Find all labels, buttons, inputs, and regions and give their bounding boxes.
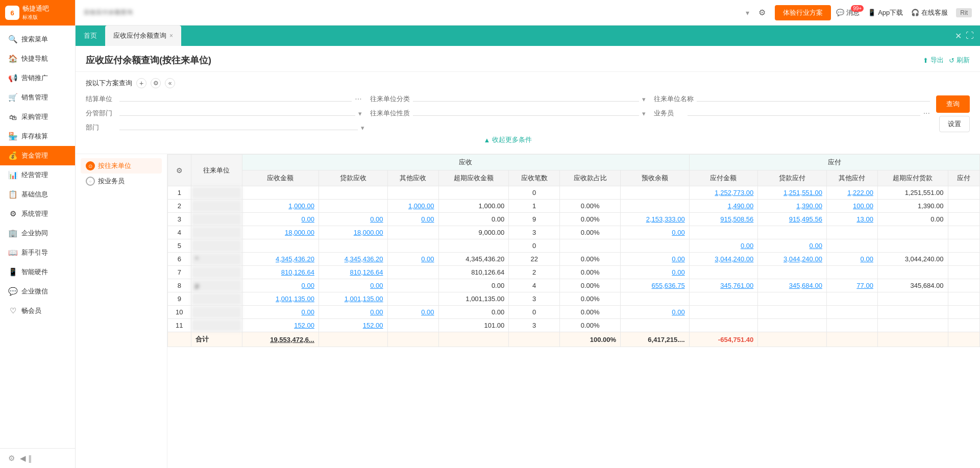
settlement-more-icon[interactable]: ··· xyxy=(355,94,361,104)
filter-area: 按以下方案查询 + ⚙ « 结算单位 ··· xyxy=(76,72,980,154)
dept-manager-select[interactable] xyxy=(119,111,355,116)
message-icon: 💬 xyxy=(836,9,844,16)
filter-collapse-button[interactable]: « xyxy=(165,78,175,88)
system-icon: ⚙ xyxy=(8,209,17,218)
filter-item-unit-category: 往来单位分类 ▾ xyxy=(370,94,646,104)
table-container[interactable]: ⚙ 往来单位 应收 应付 应收金额 贷款应收 其他应收 xyxy=(167,154,980,468)
dept-manager-arrow[interactable]: ▾ xyxy=(358,110,362,117)
left-panel-item-by-salesman[interactable]: ○ 按业务员 xyxy=(81,174,162,189)
tab-ar-query[interactable]: 应收应付余额查询 × xyxy=(105,26,181,46)
th-settings[interactable]: ⚙ xyxy=(168,155,191,186)
sidebar-item-quick[interactable]: 🏠 快捷导航 xyxy=(0,49,75,68)
sidebar-item-inventory[interactable]: 🏪 库存核算 xyxy=(0,127,75,146)
refresh-button[interactable]: ↺ 刷新 xyxy=(949,56,970,65)
home-icon: 🏠 xyxy=(8,54,17,63)
tabbar-maximize-icon[interactable]: ⛶ xyxy=(966,31,974,40)
unit-category-select[interactable] xyxy=(413,97,640,102)
sidebar-item-search[interactable]: 🔍 搜索菜单 xyxy=(0,30,75,49)
total-ap-loan xyxy=(758,332,827,347)
th-ap-loan: 贷款应付 xyxy=(758,170,827,186)
filter-settings-button[interactable]: ⚙ xyxy=(151,78,161,88)
unit-category-arrow[interactable]: ▾ xyxy=(642,95,646,103)
inventory-icon: 🏪 xyxy=(8,132,17,141)
purchase-icon: 🛍 xyxy=(8,113,17,121)
sidebar-item-finance[interactable]: 💰 资金管理 xyxy=(0,146,75,165)
table-settings-icon[interactable]: ⚙ xyxy=(176,166,183,175)
content-area: 应收应付余额查询(按往来单位) ⬆ 导出 ↺ 刷新 按以下方案查询 + xyxy=(76,46,980,468)
table-row: 6^4,345,436.204,345,436.200.004,345,436.… xyxy=(168,253,980,266)
settlement-input[interactable] xyxy=(119,97,352,102)
dept-arrow[interactable]: ▾ xyxy=(361,124,364,132)
page-actions: ⬆ 导出 ↺ 刷新 xyxy=(923,56,970,65)
sidebar-item-guide[interactable]: 📖 新手引导 xyxy=(0,243,75,262)
tab-home[interactable]: 首页 xyxy=(76,26,105,46)
solution-button[interactable]: 体验行业方案 xyxy=(775,5,831,20)
total-ar-prepay: 6,417,215.... xyxy=(621,332,690,347)
topbar-user-name[interactable]: Rit xyxy=(956,8,972,17)
sidebar: 6 畅捷通吧 标准版 🔍 搜索菜单 🏠 快捷导航 📢 营销推广 🛒 销售管理 🛍… xyxy=(0,0,76,468)
topbar-online-service[interactable]: 🎧 在线客服 xyxy=(911,8,948,17)
topbar-dropdown-arrow[interactable]: ▾ xyxy=(746,9,749,17)
tab-close-icon[interactable]: × xyxy=(169,32,173,39)
sidebar-item-marketing[interactable]: 📢 营销推广 xyxy=(0,68,75,88)
sidebar-item-member[interactable]: ♡ 畅会员 xyxy=(0,301,75,321)
th-group-ap: 应付 xyxy=(689,155,979,170)
topbar: 应收应付余额查询 ▾ ⚙ 体验行业方案 💬 消息 99+ 📱 App下载 🎧 在… xyxy=(76,0,980,26)
tabbar-close-icon[interactable]: ✕ xyxy=(955,31,962,41)
filter-item-salesman: 业务员 ··· xyxy=(654,109,930,118)
filter-collapse-btn[interactable]: ▲ 收起更多条件 xyxy=(86,132,930,147)
unit-nature-select[interactable] xyxy=(413,111,640,116)
th-unit-name: 往来单位 xyxy=(191,155,242,186)
topbar-gear-icon[interactable]: ⚙ xyxy=(758,8,766,17)
service-icon: 🎧 xyxy=(911,9,919,16)
unit-nature-arrow[interactable]: ▾ xyxy=(642,110,646,117)
total-ar-ratio: 100.00% xyxy=(560,332,621,347)
hardware-icon: 📱 xyxy=(8,267,17,277)
setting-button[interactable]: 设置 xyxy=(939,116,970,132)
settings-footer-icon[interactable]: ⚙ xyxy=(8,454,15,463)
sidebar-item-basic[interactable]: 📋 基础信息 xyxy=(0,185,75,204)
th-ap-amount: 应付金额 xyxy=(689,170,758,186)
guide-icon: 📖 xyxy=(8,248,17,257)
table-row: 100.000.000.000.0000.00%0.00 xyxy=(168,306,980,319)
sidebar-nav: 🔍 搜索菜单 🏠 快捷导航 📢 营销推广 🛒 销售管理 🛍 采购管理 🏪 库存核… xyxy=(0,26,75,448)
sidebar-item-sales[interactable]: 🛒 销售管理 xyxy=(0,88,75,107)
sidebar-footer: ⚙ ◀ ‖ xyxy=(0,448,75,468)
search-icon: 🔍 xyxy=(8,35,17,44)
filter-body: 结算单位 ··· 往来单位分类 ▾ 往来单位名称 xyxy=(86,94,970,147)
query-button[interactable]: 查询 xyxy=(936,95,970,113)
total-ar-amount[interactable]: 19,553,472,6... xyxy=(242,332,318,347)
filter-header: 按以下方案查询 + ⚙ « xyxy=(86,78,970,88)
sidebar-item-system[interactable]: ⚙ 系统管理 xyxy=(0,204,75,224)
topbar-app-download[interactable]: 📱 App下载 xyxy=(868,8,903,17)
corp-icon: 🏢 xyxy=(8,229,17,238)
page-header: 应收应付余额查询(按往来单位) ⬆ 导出 ↺ 刷新 xyxy=(76,46,980,72)
filter-add-button[interactable]: + xyxy=(136,78,146,88)
salesman-more-icon[interactable]: ··· xyxy=(923,109,930,118)
total-ap-extra xyxy=(948,332,979,347)
operation-icon: 📊 xyxy=(8,170,17,180)
sidebar-item-corp[interactable]: 🏢 企业协同 xyxy=(0,224,75,243)
sidebar-item-wechat[interactable]: 💬 企业微信 xyxy=(0,282,75,301)
basic-icon: 📋 xyxy=(8,190,17,199)
sidebar-item-purchase[interactable]: 🛍 采购管理 xyxy=(0,107,75,127)
marketing-icon: 📢 xyxy=(8,73,17,83)
th-ar-other: 其他应收 xyxy=(387,170,438,186)
th-ar-overdue: 超期应收金额 xyxy=(438,170,509,186)
unit-name-input[interactable] xyxy=(697,97,930,102)
sidebar-item-operation[interactable]: 📊 经营管理 xyxy=(0,165,75,185)
content-inner: 应收应付余额查询(按往来单位) ⬆ 导出 ↺ 刷新 按以下方案查询 + xyxy=(76,46,980,468)
total-ar-other xyxy=(387,332,438,347)
salesman-input[interactable] xyxy=(688,111,920,116)
filter-row-2: 分管部门 ▾ 往来单位性质 ▾ 业务员 xyxy=(86,109,930,118)
sidebar-logo: 6 畅捷通吧 标准版 xyxy=(0,0,75,26)
logo-icon: 6 xyxy=(5,6,19,20)
th-ar-ratio: 应收款占比 xyxy=(560,170,621,186)
collapse-sidebar-icon[interactable]: ◀ ‖ xyxy=(20,454,32,463)
sidebar-item-hardware[interactable]: 📱 智能硬件 xyxy=(0,262,75,282)
dept-select[interactable] xyxy=(119,126,358,130)
th-ar-prepay: 预收余额 xyxy=(621,170,690,186)
export-button[interactable]: ⬆ 导出 xyxy=(923,56,944,65)
left-panel-item-by-unit[interactable]: ⊙ 按往来单位 xyxy=(81,158,162,174)
topbar-message[interactable]: 💬 消息 99+ xyxy=(836,8,860,17)
